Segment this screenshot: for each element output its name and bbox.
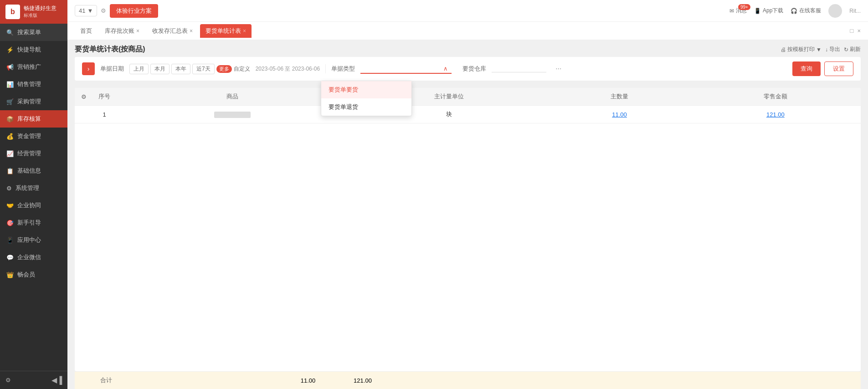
date-btn-this-year[interactable]: 本年 — [171, 64, 190, 74]
col-header-settings[interactable]: ⚙ — [75, 88, 93, 106]
app-download-button[interactable]: 📱 App下载 — [754, 7, 783, 15]
sidebar-item-label: 库存核算 — [17, 115, 41, 123]
dropdown-item-order-return[interactable]: 要货单退货 — [321, 98, 411, 116]
sidebar-item-label: 营销推广 — [17, 63, 41, 71]
message-button[interactable]: ✉ 消息 99+ — [729, 7, 747, 15]
sidebar-item-guide[interactable]: 🎯 新手引导 — [0, 214, 67, 231]
print-template-button[interactable]: 🖨 按模板打印 ▼ — [781, 46, 822, 53]
date-btn-last-month[interactable]: 上月 — [129, 64, 149, 74]
footer-amount-val: 121.00 — [335, 377, 390, 384]
sidebar-item-purchase[interactable]: 🛒 采购管理 — [0, 93, 67, 110]
page-actions: 🖨 按模板打印 ▼ ↓ 导出 ↻ 刷新 — [781, 46, 861, 53]
date-quick-buttons: 上月 本月 本年 近7天 更多 自定义 — [129, 64, 250, 74]
type-dropdown-menu: 要货单要货 要货单退货 — [321, 81, 412, 116]
purchase-icon: 🛒 — [6, 98, 14, 105]
online-service-label: 在线客服 — [799, 7, 821, 15]
sidebar-item-marketing-promo[interactable]: 📢 营销推广 — [0, 58, 67, 76]
sidebar-item-system[interactable]: ⚙ 系统管理 — [0, 179, 67, 197]
filter-bar: › 单据日期 上月 本月 本年 近7天 更多 自定义 2023-05-06 至 … — [75, 57, 861, 81]
type-filter-dropdown[interactable]: ∧ — [360, 64, 452, 74]
tab-home[interactable]: 首页 — [75, 24, 98, 38]
app-center-icon: 📱 — [6, 237, 14, 244]
topbar-right: ✉ 消息 99+ 📱 App下载 🎧 在线客服 Rit... — [729, 4, 861, 18]
company-select[interactable]: 41 ▼ — [75, 5, 97, 16]
date-more-badge[interactable]: 更多 — [216, 65, 232, 73]
enterprise-wechat-icon: 💬 — [6, 254, 14, 261]
dropdown-item-order-purchase[interactable]: 要货单要货 — [321, 81, 411, 98]
warehouse-filter-input[interactable] — [492, 65, 546, 72]
product-blurred — [214, 112, 251, 118]
sidebar-item-operations[interactable]: 📈 经营管理 — [0, 145, 67, 162]
date-btn-last-7-days[interactable]: 近7天 — [192, 64, 215, 74]
settings-icon[interactable]: ⚙ — [5, 377, 11, 384]
sidebar-item-sales[interactable]: 📊 销售管理 — [0, 76, 67, 93]
footer-total-label: 合计 — [82, 376, 112, 384]
filter-settings-button[interactable]: 设置 — [824, 61, 853, 76]
window-close-button[interactable]: × — [857, 27, 861, 34]
user-avatar[interactable] — [828, 4, 842, 18]
sidebar-item-shortcut[interactable]: ⚡ 快捷导航 — [0, 41, 67, 58]
operations-icon: 📈 — [6, 150, 14, 157]
sidebar-item-enterprise-wechat[interactable]: 💬 企业微信 — [0, 249, 67, 266]
sidebar-nav: 🔍 搜索菜单 ⚡ 快捷导航 📢 营销推广 📊 销售管理 🛒 采购管理 📦 库存核… — [0, 24, 67, 371]
tab-home-label: 首页 — [80, 27, 92, 35]
sidebar-item-label: 畅会员 — [17, 271, 35, 279]
username-label: Rit... — [849, 8, 861, 14]
col-header-amount: 零售金额 — [690, 88, 861, 106]
tab-inventory-batch[interactable]: 库存批次账 × — [99, 24, 145, 38]
export-icon: ↓ — [825, 46, 828, 53]
table-header-row: ⚙ 序号 商品 主计量单位 主数量 零售金额 — [75, 88, 861, 106]
tab-receipt-summary[interactable]: 收发存汇总表 × — [147, 24, 198, 38]
system-icon: ⚙ — [6, 185, 12, 192]
sidebar-item-basic-info[interactable]: 📋 基础信息 — [0, 162, 67, 179]
search-icon: 🔍 — [6, 29, 14, 36]
col-header-product: 商品 — [116, 88, 349, 106]
sidebar-footer: ⚙ ◀▐ — [0, 371, 67, 389]
settings-icon-topbar[interactable]: ⚙ — [101, 7, 106, 14]
sidebar-item-app-center[interactable]: 📱 应用中心 — [0, 231, 67, 249]
tab-receipt-summary-close[interactable]: × — [190, 28, 193, 34]
main-content: 41 ▼ ⚙ 体验行业方案 ✉ 消息 99+ 📱 App下载 🎧 在线客服 Ri… — [67, 0, 868, 389]
message-icon: ✉ — [729, 8, 734, 14]
page-title: 要货单统计表(按商品) — [75, 45, 145, 54]
sidebar-item-label: 新手引导 — [17, 219, 41, 227]
tab-order-summary-close[interactable]: × — [243, 28, 246, 34]
warehouse-filter-label: 要货仓库 — [462, 65, 486, 73]
tab-inventory-batch-label: 库存批次账 — [105, 27, 134, 35]
collapse-sidebar-button[interactable]: ◀▐ — [51, 376, 62, 384]
data-table-container: ⚙ 序号 商品 主计量单位 主数量 零售金额 1 — [75, 88, 861, 371]
page-header: 要货单统计表(按商品) 🖨 按模板打印 ▼ ↓ 导出 ↻ 刷新 — [67, 40, 868, 57]
online-service-button[interactable]: 🎧 在线客服 — [791, 7, 821, 15]
sidebar-item-cooperation[interactable]: 🤝 企业协同 — [0, 197, 67, 214]
tab-order-summary[interactable]: 要货单统计表 × — [200, 24, 252, 38]
filter-expand-button[interactable]: › — [82, 62, 95, 75]
more-filters-button[interactable]: ··· — [555, 65, 561, 73]
sidebar-item-inventory[interactable]: 📦 库存核算 — [0, 110, 67, 128]
basic-info-icon: 📋 — [6, 168, 14, 174]
cell-amount: 121.00 — [690, 106, 861, 123]
app-logo: b — [5, 5, 20, 19]
query-button[interactable]: 查询 — [792, 61, 821, 76]
refresh-button[interactable]: ↻ 刷新 — [844, 46, 861, 53]
date-range-display: 2023-05-06 至 2023-06-06 — [256, 65, 320, 73]
sidebar-item-search[interactable]: 🔍 搜索菜单 — [0, 24, 67, 41]
date-custom-button[interactable]: 自定义 — [234, 65, 250, 73]
tab-inventory-batch-close[interactable]: × — [136, 28, 139, 34]
inventory-icon: 📦 — [6, 116, 14, 123]
export-button[interactable]: ↓ 导出 — [825, 46, 840, 53]
sidebar-item-membership[interactable]: 👑 畅会员 — [0, 266, 67, 283]
message-badge: 99+ — [738, 4, 750, 10]
marketing-icon: 📢 — [6, 64, 14, 71]
date-btn-this-month[interactable]: 本月 — [150, 64, 169, 74]
industry-solution-button[interactable]: 体验行业方案 — [110, 4, 158, 18]
sidebar-item-finance[interactable]: 💰 资金管理 — [0, 128, 67, 145]
online-service-icon: 🎧 — [791, 8, 797, 14]
col-header-num: 序号 — [93, 88, 116, 106]
finance-icon: 💰 — [6, 133, 14, 140]
refresh-label: 刷新 — [850, 46, 861, 53]
sidebar-item-label: 销售管理 — [17, 80, 41, 88]
window-minimize-button[interactable]: □ — [850, 27, 854, 34]
sidebar-item-label: 基础信息 — [17, 167, 41, 175]
sidebar-item-label: 快捷导航 — [17, 46, 41, 54]
filter-separator — [325, 64, 326, 73]
